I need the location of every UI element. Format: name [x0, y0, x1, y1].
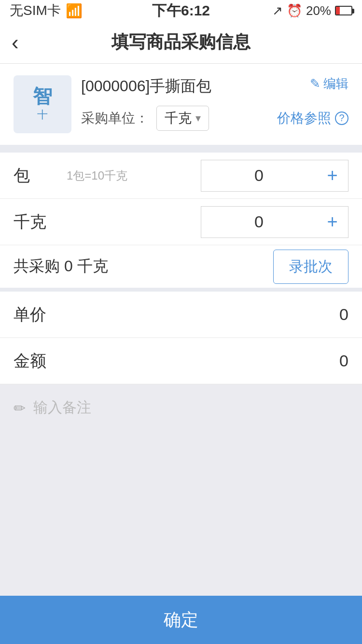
status-bar: 无SIM卡 📶 下午6:12 ↗ ⏰ 20%: [0, 0, 362, 21]
remark-placeholder: 输入备注: [33, 398, 91, 418]
bao-input-row: 包 1包=10千克 +: [0, 153, 362, 199]
total-row: 共采购 0 千克 录批次: [0, 245, 362, 292]
price-info-section: 单价 0 金额 0: [0, 292, 362, 384]
total-text: 共采购 0 千克: [14, 256, 108, 277]
status-left: 无SIM卡 📶: [10, 1, 83, 20]
kg-input-row: 千克 +: [0, 199, 362, 245]
status-right: ↗ ⏰ 20%: [272, 3, 352, 18]
record-batch-button[interactable]: 录批次: [273, 250, 348, 284]
confirm-button[interactable]: 确定: [0, 596, 362, 644]
amount-row: 金额 0: [0, 338, 362, 384]
status-time: 下午6:12: [152, 1, 210, 21]
bao-sublabel: 1包=10千克: [67, 168, 127, 183]
product-card: 智 十 [0000006]手撕面包 ✎ 编辑 采购单位： 千克 ▾: [0, 64, 362, 149]
remark-section[interactable]: ✏ 输入备注: [0, 384, 362, 442]
bao-plus-button[interactable]: +: [317, 160, 348, 192]
amount-value: 0: [339, 351, 348, 370]
kg-quantity-input[interactable]: [201, 206, 317, 238]
unit-value: 千克: [165, 109, 192, 127]
unit-dropdown[interactable]: 千克 ▾: [156, 106, 209, 131]
back-button[interactable]: ‹: [12, 32, 19, 53]
bao-quantity-control: +: [201, 160, 348, 192]
product-name: [0000006]手撕面包: [81, 75, 211, 97]
unit-selector[interactable]: 采购单位： 千克 ▾: [81, 106, 209, 131]
price-ref-button[interactable]: 价格参照 ?: [277, 109, 348, 127]
input-section: 包 1包=10千克 + 千克 +: [0, 153, 362, 245]
product-edit-button[interactable]: ✎ 编辑: [310, 75, 348, 92]
empty-area: [0, 442, 362, 596]
location-icon: ↗: [272, 3, 283, 18]
unit-price-value: 0: [339, 305, 348, 324]
pencil-icon: ✏: [14, 400, 26, 417]
unit-label: 采购单位：: [81, 109, 149, 127]
carrier-label: 无SIM卡: [10, 1, 61, 20]
edit-icon: ✎: [310, 76, 320, 91]
product-unit-row: 采购单位： 千克 ▾ 价格参照 ?: [81, 106, 348, 131]
page-title: 填写商品采购信息: [111, 30, 251, 54]
battery-label: 20%: [306, 3, 331, 18]
product-info: [0000006]手撕面包 ✎ 编辑 采购单位： 千克 ▾ 价格参照 ?: [81, 75, 348, 131]
product-header: [0000006]手撕面包 ✎ 编辑: [81, 75, 348, 97]
wifi-icon: 📶: [66, 3, 83, 19]
kg-label: 千克: [14, 211, 62, 233]
thumb-logo-bottom: 十: [37, 108, 48, 122]
price-ref-label: 价格参照: [277, 109, 331, 127]
amount-label: 金额: [14, 350, 46, 372]
unit-price-label: 单价: [14, 304, 46, 326]
alarm-icon: ⏰: [287, 3, 302, 18]
kg-quantity-control: +: [201, 206, 348, 238]
dropdown-arrow-icon: ▾: [195, 112, 201, 125]
battery-icon: [335, 6, 352, 15]
nav-bar: ‹ 填写商品采购信息: [0, 21, 362, 64]
info-icon: ?: [335, 112, 348, 125]
bao-quantity-input[interactable]: [201, 160, 317, 192]
kg-plus-button[interactable]: +: [317, 206, 348, 238]
section-divider-1: [0, 149, 362, 153]
product-thumbnail: 智 十: [14, 75, 71, 133]
thumb-logo-top: 智: [33, 86, 52, 106]
unit-price-row: 单价 0: [0, 292, 362, 338]
bao-label: 包: [14, 165, 62, 187]
